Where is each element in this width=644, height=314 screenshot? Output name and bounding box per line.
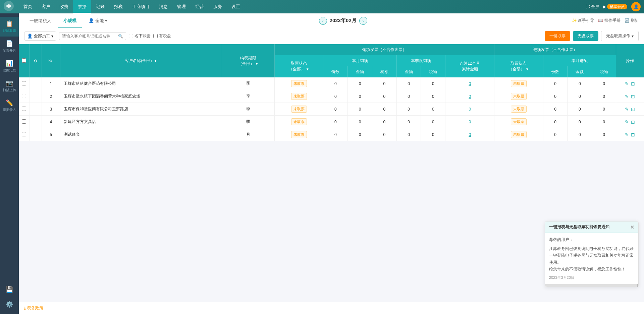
guide-btn[interactable]: ✨ 新手引导 [572, 18, 594, 23]
sidebar-item-scan-upload-label: 扫描上传 [3, 88, 16, 92]
row-checkbox[interactable] [19, 116, 30, 128]
th-tax-period: 纳税期限（全部）▼ [222, 44, 274, 77]
row-checkbox[interactable] [19, 77, 30, 90]
next-month-button[interactable]: › [359, 17, 367, 25]
row-sale-month-fen: 0 [323, 90, 348, 103]
period-filter-icon[interactable]: ▼ [255, 62, 259, 66]
nav-home[interactable]: 首页 [19, 0, 37, 13]
sidebar-item-invoice-entry[interactable]: ✏️ 票据录入 [0, 96, 19, 116]
row-purchase-month-jine: 0 [568, 77, 592, 90]
one-click-ticket-button[interactable]: 一键取票 [545, 31, 570, 41]
row-purchase-month-fen: 0 [543, 116, 568, 128]
sidebar-item-invoice-summary[interactable]: 📊 票据汇总 [0, 56, 19, 76]
user-avatar[interactable]: 👤 [631, 2, 641, 11]
member-btn[interactable]: ▶ 畅享会员 [603, 4, 627, 9]
row-settings [30, 128, 42, 141]
employee-select[interactable]: 👤 全部员工 ▾ [24, 32, 56, 41]
popup-scrollbar[interactable] [545, 284, 638, 287]
th-checkbox [19, 44, 30, 77]
tab-general-taxpayer[interactable]: 一般纳税人 [24, 13, 57, 28]
nav-tax[interactable]: 报税 [109, 0, 127, 13]
row-purchase-month-fen: 0 [543, 77, 568, 90]
row-actions: ✎ ⊡ [616, 128, 644, 141]
row-purchase-month-jine: 0 [568, 90, 592, 103]
nav-settings[interactable]: 设置 [227, 0, 245, 13]
popup-close-button[interactable]: ✕ [630, 225, 634, 230]
tab-all-ability[interactable]: 👤 全能 ▾ [83, 13, 113, 28]
nav-manage[interactable]: 管理 [172, 0, 191, 13]
popup-body: 尊敬的用户： 江苏政务网已恢复访问电子税务局功能，易代账一键登陆电子税务局与无盘… [545, 233, 638, 284]
diskless-operation-button[interactable]: 无盘取票操作 ▾ [601, 31, 639, 41]
settings-icon[interactable]: ⚙ [34, 59, 38, 63]
fullscreen-btn[interactable]: ⛶ 全屏 [586, 4, 599, 10]
has-tax-checkbox-label[interactable]: 有税盘 [153, 33, 171, 39]
manual-btn[interactable]: 📖 操作手册 [598, 18, 620, 23]
name-account-checkbox-label[interactable]: 名下账套 [129, 33, 151, 39]
row-purchase-status: 未取票 [494, 77, 543, 90]
select-all-checkbox[interactable] [22, 58, 26, 63]
sidebar-item-scan-upload[interactable]: 📷 扫描上传 [0, 76, 19, 96]
nav-items: 首页 客户 收费 票据 记账 报税 工商项目 消息 管理 经营 服务 设置 [19, 0, 586, 13]
row-checkbox[interactable] [19, 103, 30, 116]
diskless-ticket-button[interactable]: 无盘取票 [573, 31, 598, 41]
row-checkbox[interactable] [19, 90, 30, 103]
sidebar-item-invoice-issue[interactable]: 📄 发票开具 [0, 37, 19, 56]
edit-icon[interactable]: ✎ [625, 132, 629, 137]
notification-popup: 一键报税与无盘取票功能恢复通知 ✕ 尊敬的用户： 江苏政务网已恢复访问电子税务局… [545, 221, 639, 287]
th-settings: ⚙ [30, 44, 42, 77]
row-sale-status: 未取票 [275, 103, 323, 116]
nav-client[interactable]: 客户 [37, 0, 55, 13]
detail-icon[interactable]: ⊡ [631, 119, 635, 125]
row-sale-status: 未取票 [275, 77, 323, 90]
sidebar-item-smart-ticket[interactable]: 📋 智能取票 [0, 17, 19, 37]
row-purchase-status: 未取票 [494, 90, 543, 103]
row-sale-quarter-jine: 0 [396, 116, 421, 128]
sidebar-gear[interactable]: ⚙️ [0, 297, 19, 311]
nav-business[interactable]: 经营 [191, 0, 209, 13]
client-filter-icon[interactable]: ▼ [154, 59, 157, 63]
nav-accounting[interactable]: 记账 [91, 0, 109, 13]
row-client-name: 卫辉市玖玖健合医药有限公司 [60, 77, 222, 90]
table-row: 2 卫辉市汲水镇下园满香阁营木种植家庭农场 季 未取票 0 0 0 0 0 0 … [19, 90, 644, 103]
nav-bizproject[interactable]: 工商项目 [127, 0, 154, 13]
detail-icon[interactable]: ⊡ [631, 107, 635, 112]
row-purchase-month-fen: 0 [543, 103, 568, 116]
row-settings [30, 90, 42, 103]
search-icon[interactable]: 🔍 [118, 34, 123, 39]
tab-small-scale[interactable]: 小规模 [58, 13, 82, 28]
tax-policy-link[interactable]: ℹ 税务政策 [24, 305, 43, 311]
edit-icon[interactable]: ✎ [625, 119, 629, 125]
edit-icon[interactable]: ✎ [625, 94, 629, 99]
row-purchase-month-shue: 0 [592, 90, 616, 103]
purchase-status-filter[interactable]: ▼ [526, 67, 529, 71]
popup-scroll-thumb [637, 284, 638, 287]
row-sale-month-shue: 0 [372, 77, 396, 90]
edit-icon[interactable]: ✎ [625, 107, 629, 112]
row-purchase-status: 未取票 [494, 116, 543, 128]
sale-status-filter[interactable]: ▼ [306, 67, 309, 71]
invoice-table-wrap: ⚙ No 客户名称(全部) ▼ 纳税期限（全部）▼ 销项发票（不含作废票） 进项… [19, 44, 644, 141]
detail-icon[interactable]: ⊡ [631, 94, 635, 99]
detail-icon[interactable]: ⊡ [631, 81, 635, 86]
chevron-down-icon: ▾ [51, 34, 53, 39]
refresh-btn[interactable]: 🔄 刷新 [625, 18, 639, 23]
row-settings [30, 116, 42, 128]
sidebar-download[interactable]: 💾 [0, 282, 19, 297]
prev-month-button[interactable]: ‹ [319, 17, 327, 25]
nav-message[interactable]: 消息 [154, 0, 172, 13]
has-tax-checkbox[interactable] [153, 34, 158, 38]
popup-header: 一键报税与无盘取票功能恢复通知 ✕ [545, 222, 638, 233]
row-checkbox[interactable] [19, 128, 30, 141]
nav-service[interactable]: 服务 [209, 0, 227, 13]
row-purchase-month-fen: 0 [543, 90, 568, 103]
edit-icon[interactable]: ✎ [625, 81, 629, 86]
invoice-table: ⚙ No 客户名称(全部) ▼ 纳税期限（全部）▼ 销项发票（不含作废票） 进项… [19, 44, 644, 141]
name-account-checkbox[interactable] [129, 34, 133, 38]
nav-invoice[interactable]: 票据 [73, 0, 91, 13]
detail-icon[interactable]: ⊡ [631, 132, 635, 137]
popup-greeting: 尊敬的用户： [549, 236, 634, 243]
th-month-sale: 本月销项 [323, 55, 396, 66]
sidebar-bottom: 💾 ⚙️ [0, 282, 19, 314]
search-input[interactable] [62, 34, 118, 39]
nav-fee[interactable]: 收费 [55, 0, 73, 13]
